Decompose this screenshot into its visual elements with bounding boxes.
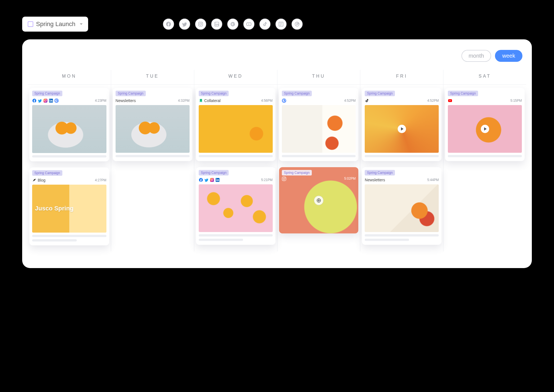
- blog-icon[interactable]: [275, 19, 287, 30]
- youtube-icon[interactable]: [243, 19, 254, 30]
- pinterest-icon[interactable]: [292, 19, 303, 30]
- day-heading: FRI: [360, 70, 443, 85]
- instagram-icon[interactable]: [195, 19, 206, 30]
- post-time: 5:21PM: [261, 178, 272, 182]
- post-card[interactable]: Spring Campaign 5:15PM: [445, 88, 525, 161]
- post-label: Blog: [38, 178, 45, 182]
- post-time: 4:32PM: [178, 99, 189, 103]
- day-heading: THU: [277, 70, 360, 85]
- project-selector[interactable]: Spring Launch: [22, 17, 88, 32]
- day-column-fri: FRI Spring Campaign 4:52PM Spring Campai…: [360, 70, 443, 251]
- day-heading: TUE: [111, 70, 194, 85]
- post-label: Collateral: [204, 98, 221, 103]
- instagram-icon: [282, 177, 286, 182]
- post-card[interactable]: Spring Campaign 4:52PM: [279, 88, 359, 161]
- post-card[interactable]: Spring Campaign Newsletters 5:44PM: [362, 167, 441, 245]
- campaign-tag: Spring Campaign: [365, 91, 395, 96]
- post-time: 4:52PM: [344, 99, 356, 103]
- channel-icons: [32, 98, 59, 103]
- post-thumbnail: [32, 105, 106, 153]
- linkedin-icon: [215, 178, 220, 182]
- twitter-icon[interactable]: [179, 19, 190, 30]
- post-time: 4:56PM: [261, 99, 272, 103]
- post-thumbnail: [199, 184, 273, 232]
- text-placeholder: [199, 239, 243, 241]
- view-toggle: month week: [461, 50, 522, 62]
- campaign-tag: Spring Campaign: [448, 91, 478, 96]
- post-thumbnail: [116, 105, 190, 153]
- post-card[interactable]: Spring Campaign Newsletters 4:32PM: [113, 88, 192, 161]
- post-thumbnail: [365, 184, 439, 232]
- quill-icon: [32, 178, 37, 182]
- post-thumbnail: [282, 105, 356, 153]
- channel-icons: [365, 98, 369, 103]
- post-card[interactable]: Spring Campaign 5:21PM: [196, 167, 275, 245]
- text-placeholder: [199, 155, 273, 157]
- post-label: Newsletters: [365, 178, 385, 182]
- facebook-icon[interactable]: [163, 19, 174, 30]
- day-column-wed: WED Spring Campaign Collateral 4:56PM Sp…: [194, 70, 277, 251]
- day-column-thu: THU Spring Campaign 4:52PM Spring Campai…: [277, 70, 360, 251]
- campaign-tag: Spring Campaign: [199, 170, 229, 175]
- instagram-icon: [43, 98, 48, 103]
- day-column-mon: MON Spring Campaign 4:23PM S: [28, 70, 111, 251]
- post-time: 4:52PM: [427, 99, 439, 103]
- post-thumbnail: [365, 105, 439, 153]
- campaign-tag: Spring Campaign: [365, 170, 395, 175]
- day-heading: WED: [194, 70, 277, 85]
- campaign-tag: Spring Campaign: [32, 91, 62, 96]
- tiktok-icon[interactable]: [259, 19, 270, 30]
- text-placeholder: [116, 155, 190, 157]
- view-week-button[interactable]: week: [495, 50, 522, 62]
- tiktok-icon: [365, 98, 369, 103]
- day-column-tue: TUE Spring Campaign Newsletters 4:32PM: [111, 70, 194, 251]
- project-name: Spring Launch: [36, 21, 75, 28]
- post-card[interactable]: Spring Campaign 4:23PM: [29, 88, 109, 161]
- campaign-tag: Spring Campaign: [116, 91, 146, 96]
- channel-icons: [199, 178, 220, 182]
- facebook-icon: [199, 178, 203, 182]
- text-placeholder: [32, 235, 106, 237]
- day-heading: SAT: [443, 70, 526, 85]
- thumbnail-caption: Jusco Spring: [35, 205, 73, 212]
- channel-icons: Collateral: [199, 98, 221, 103]
- text-placeholder: [365, 155, 439, 157]
- twitter-icon: [204, 178, 209, 182]
- channel-filter-row: [163, 19, 303, 30]
- channel-icons: [282, 98, 286, 103]
- google-icon: [282, 98, 286, 103]
- post-time: 4:23PM: [95, 99, 106, 103]
- view-month-button[interactable]: month: [461, 50, 491, 62]
- post-thumbnail: [199, 105, 273, 153]
- post-card[interactable]: Spring Campaign 4:52PM: [362, 88, 441, 161]
- svg-point-24: [295, 22, 299, 26]
- linkedin-icon: [49, 98, 53, 103]
- post-card[interactable]: Spring Campaign Collateral 4:56PM: [196, 88, 275, 161]
- day-column-sat: SAT Spring Campaign 5:15PM: [443, 70, 526, 251]
- facebook-icon: [32, 98, 37, 103]
- campaign-tag: Spring Campaign: [282, 91, 312, 96]
- svg-point-21: [215, 23, 216, 24]
- add-post-button[interactable]: ⊕: [314, 196, 323, 205]
- campaign-tag: Spring Campaign: [282, 170, 312, 175]
- youtube-icon: [448, 98, 452, 103]
- day-heading: MON: [28, 70, 111, 85]
- post-label: Newsletters: [116, 98, 136, 103]
- post-thumbnail: [448, 105, 522, 153]
- post-thumbnail: Jusco Spring: [32, 185, 106, 233]
- channel-icons: Blog: [32, 178, 45, 182]
- linkedin-icon[interactable]: [211, 19, 222, 30]
- post-card[interactable]: Spring Campaign 5:02PM ⊕: [279, 167, 359, 233]
- text-placeholder: [448, 155, 522, 157]
- google-icon: [54, 98, 59, 103]
- google-icon[interactable]: [227, 19, 238, 30]
- calendar-board: month week MON Spring Campaign 4:23PM: [22, 39, 532, 268]
- post-card[interactable]: Spring Campaign Blog 4:27PM Jusco Spring: [29, 167, 109, 245]
- svg-point-17: [200, 23, 201, 25]
- svg-point-18: [201, 22, 202, 23]
- chevron-down-icon: [80, 23, 83, 25]
- text-placeholder: [282, 155, 356, 157]
- text-placeholder: [32, 155, 106, 157]
- post-time: 5:15PM: [510, 99, 522, 103]
- post-time: 5:02PM: [344, 177, 356, 180]
